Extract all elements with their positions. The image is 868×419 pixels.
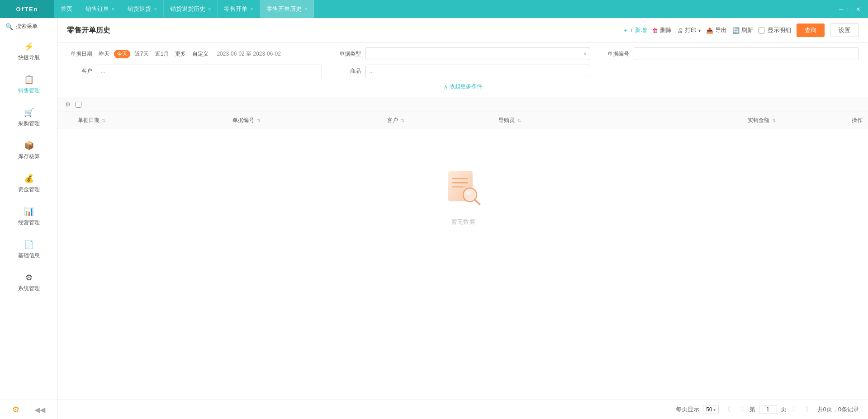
- display-detail-checkbox[interactable]: [759, 28, 764, 33]
- sidebar-item-inventory[interactable]: 📦 库存核算: [0, 134, 57, 167]
- sales-mgmt-icon: 📋: [24, 75, 34, 85]
- th-no[interactable]: 单据编号 ⇅: [227, 112, 382, 129]
- doc-type-arrow: ▾: [584, 52, 586, 56]
- page-size-arrow: ▾: [713, 407, 716, 412]
- date-btn-more[interactable]: 更多: [173, 49, 188, 59]
- sidebar-item-basic-info[interactable]: 📄 基础信息: [0, 233, 57, 266]
- tab-retail-open-close[interactable]: ×: [250, 6, 253, 12]
- tab-sales-return-history-close[interactable]: ×: [208, 6, 211, 12]
- sidebar-search[interactable]: 🔍 搜索采单: [0, 18, 57, 35]
- date-btn-custom[interactable]: 自定义: [190, 49, 210, 59]
- tab-home[interactable]: 首页: [54, 0, 79, 18]
- sidebar-item-sys-mgmt[interactable]: ⚙ 系统管理: [0, 266, 57, 299]
- window-close-btn[interactable]: ✕: [856, 6, 861, 13]
- filter-collapse-btn[interactable]: ∧ 收起更多条件: [67, 81, 859, 92]
- inventory-icon: 📦: [24, 141, 34, 151]
- sidebar-item-operations[interactable]: 📊 经营管理: [0, 200, 57, 233]
- tab-sales-return-close[interactable]: ×: [154, 6, 157, 12]
- page-last-btn[interactable]: 》: [804, 405, 814, 414]
- tab-retail-open-history-close[interactable]: ×: [304, 6, 307, 12]
- doc-type-select[interactable]: ▾: [365, 47, 591, 60]
- page-size-select[interactable]: 50 ▾: [703, 405, 718, 414]
- set-button[interactable]: 设置: [830, 24, 859, 37]
- tab-sales-return-history-label: 销货退货历史: [170, 5, 205, 13]
- delete-icon: 🗑: [652, 27, 658, 34]
- sidebar-item-operations-label: 经营管理: [18, 219, 40, 226]
- th-action: 操作: [781, 112, 868, 129]
- doc-type-label: 单据类型: [336, 50, 361, 58]
- toolbar-actions: ＋ + 新增 🗑 删除 🖨 打印 ▾ 📤 导出 🔄: [622, 24, 859, 37]
- date-btn-yesterday[interactable]: 昨天: [97, 49, 111, 59]
- tab-sales-order-close[interactable]: ×: [112, 6, 114, 12]
- finance-icon: 💰: [24, 174, 34, 184]
- table-settings-icon[interactable]: ⚙: [65, 101, 71, 108]
- sidebar-item-purchase-mgmt-label: 采购管理: [18, 120, 40, 127]
- customer-placeholder: ...: [101, 68, 105, 74]
- customer-input[interactable]: ...: [97, 65, 322, 77]
- tab-bar: OfTEn 首页 销售订单 × 销货退货 × 销货退货历史 × 零售开单 × 零…: [0, 0, 832, 18]
- th-actual-amount[interactable]: 实销金额 ⇅: [626, 112, 781, 129]
- page-input[interactable]: [759, 405, 777, 414]
- filter-row-1: 单据日期 昨天 今天 近7天 近1月 更多 自定义 2023-06-02 至 2…: [67, 47, 859, 60]
- page-size-value: 50: [706, 406, 712, 413]
- tab-retail-open-history[interactable]: 零售开单历史 ×: [260, 0, 314, 18]
- empty-text: 暂无数据: [451, 218, 475, 226]
- sidebar: 🔍 搜索采单 ⚡ 快捷导航 📋 销售管理 🛒 采购管理 📦 库存核算 💰 资金管…: [0, 18, 58, 419]
- tab-sales-return-history[interactable]: 销货退货历史 ×: [164, 0, 218, 18]
- th-salesperson[interactable]: 导购员 ⇅: [493, 112, 626, 129]
- sidebar-settings-icon[interactable]: ⚙: [12, 405, 19, 414]
- date-btn-last7days[interactable]: 近7天: [133, 49, 151, 59]
- collapse-label: 收起更多条件: [450, 83, 482, 90]
- sidebar-collapse-icon[interactable]: ◀◀: [34, 405, 45, 414]
- page-header: 零售开单历史 ＋ + 新增 🗑 删除 🖨 打印 ▾ 📤 导出: [58, 18, 868, 43]
- th-no-sort[interactable]: ⇅: [257, 118, 261, 123]
- sidebar-item-sales-mgmt[interactable]: 📋 销售管理: [0, 68, 57, 101]
- date-btn-last1month[interactable]: 近1月: [153, 49, 171, 59]
- export-button[interactable]: 📤 导出: [706, 26, 727, 34]
- filter-doc-type-field: 单据类型 ▾: [336, 47, 591, 60]
- th-customer-label: 客户: [387, 117, 398, 123]
- page-first-btn[interactable]: 《: [722, 405, 732, 414]
- svg-line-6: [474, 200, 479, 205]
- tab-sales-order[interactable]: 销售订单 ×: [79, 0, 121, 18]
- window-min-btn[interactable]: ─: [839, 6, 843, 13]
- add-icon: ＋: [622, 26, 628, 34]
- add-button[interactable]: ＋ + 新增: [622, 26, 647, 34]
- tab-retail-open[interactable]: 零售开单 ×: [218, 0, 260, 18]
- sidebar-item-quick-nav[interactable]: ⚡ 快捷导航: [0, 35, 57, 68]
- date-btn-today[interactable]: 今天: [114, 50, 130, 58]
- per-page-label: 每页显示: [676, 405, 699, 414]
- print-button[interactable]: 🖨 打印 ▾: [677, 26, 701, 34]
- display-detail-label: 显示明细: [768, 26, 791, 34]
- window-max-btn[interactable]: □: [848, 6, 851, 13]
- collapse-arrow-icon: ∧: [444, 84, 448, 90]
- product-input[interactable]: ...: [365, 65, 591, 77]
- display-detail-button[interactable]: 显示明细: [759, 26, 791, 34]
- page-next-btn[interactable]: 〉: [790, 405, 800, 414]
- query-button[interactable]: 查询: [797, 24, 825, 37]
- content-area: 零售开单历史 ＋ + 新增 🗑 删除 🖨 打印 ▾ 📤 导出: [58, 18, 868, 419]
- page-prev-btn[interactable]: 〈: [736, 405, 746, 414]
- sidebar-item-sys-mgmt-label: 系统管理: [18, 285, 40, 292]
- th-date[interactable]: 单据日期 ⇅: [72, 112, 227, 129]
- delete-button[interactable]: 🗑 删除: [652, 26, 672, 34]
- th-actual-amount-sort[interactable]: ⇅: [772, 118, 776, 123]
- th-customer-sort[interactable]: ⇅: [401, 118, 404, 123]
- export-icon: 📤: [706, 27, 713, 34]
- tab-sales-return[interactable]: 销货退货 ×: [121, 0, 163, 18]
- empty-state-row: 暂无数据: [58, 129, 868, 263]
- customer-label: 客户: [67, 67, 92, 75]
- date-label: 单据日期: [67, 50, 92, 58]
- sidebar-item-purchase-mgmt[interactable]: 🛒 采购管理: [0, 101, 57, 134]
- th-salesperson-sort[interactable]: ⇅: [517, 118, 521, 123]
- th-date-label: 单据日期: [78, 117, 100, 123]
- select-all-checkbox[interactable]: [76, 102, 81, 108]
- th-checkbox: [58, 112, 72, 129]
- th-date-sort[interactable]: ⇅: [102, 118, 105, 123]
- filter-section: 单据日期 昨天 今天 近7天 近1月 更多 自定义 2023-06-02 至 2…: [58, 43, 868, 97]
- th-customer[interactable]: 客户 ⇅: [382, 112, 493, 129]
- doc-no-input[interactable]: [634, 47, 859, 60]
- sidebar-item-finance[interactable]: 💰 资金管理: [0, 167, 57, 200]
- th-actual-amount-label: 实销金额: [748, 117, 769, 123]
- refresh-button[interactable]: 🔄 刷新: [732, 26, 753, 34]
